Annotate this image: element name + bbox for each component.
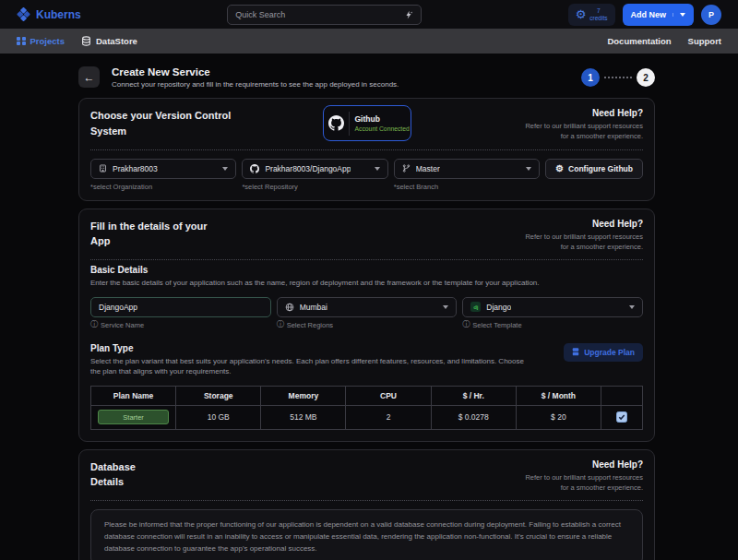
chevron-down-icon (375, 167, 380, 171)
chevron-down-icon (222, 167, 228, 171)
plan-per-hour: $ 0.0278 (431, 405, 516, 429)
service-name-input[interactable] (99, 303, 263, 312)
info-icon: ⓘ (462, 321, 470, 328)
organization-select-label: *select Organization (90, 183, 152, 191)
info-icon: ⓘ (90, 321, 98, 328)
django-icon: dj (470, 302, 481, 312)
col-select (601, 386, 643, 405)
organization-value: Prakhar8003 (113, 164, 158, 173)
stack-icon (572, 348, 579, 356)
plan-name-badge: Starter (98, 410, 169, 424)
section-app-details: Fill in the details of your App Need Hel… (78, 209, 655, 442)
col-per-month: $ / Month (516, 386, 601, 405)
nav-item-projects[interactable]: Projects (17, 36, 65, 46)
organization-icon (99, 164, 107, 173)
subnav: Projects DataStore Documentation Support (0, 29, 738, 54)
database-icon (81, 36, 91, 46)
app-heading: Fill in the details of your App (90, 219, 229, 253)
git-branch-icon (402, 164, 411, 173)
credits-count: 7 (589, 7, 607, 15)
template-select-label: Select Template (472, 321, 521, 329)
globe-icon (285, 303, 294, 312)
region-select[interactable]: Mumbai (277, 297, 458, 317)
page-title: Create New Service (112, 66, 399, 77)
plan-cpu: 2 (346, 405, 431, 429)
info-icon: ⓘ (277, 321, 284, 328)
branch-select-label: *select Branch (394, 183, 438, 191)
branch-select[interactable]: Master (394, 159, 540, 179)
col-memory: Memory (261, 386, 346, 405)
avatar[interactable]: P (701, 5, 721, 25)
link-support[interactable]: Support (688, 36, 721, 46)
upgrade-plan-button[interactable]: Upgrade Plan (564, 343, 643, 362)
repository-value: Prakhar8003/DjangoApp (265, 164, 351, 173)
vcs-heading: Choose your Version Control System (90, 108, 247, 142)
service-name-label: Service Name (101, 321, 144, 329)
col-per-hour: $ / Hr. (431, 386, 516, 405)
region-value: Mumbai (300, 303, 327, 312)
gear-icon: ⚙ (555, 164, 564, 173)
basic-details-title: Basic Details (90, 265, 643, 275)
basic-details-description: Enter the basic details of your applicat… (90, 278, 643, 289)
plan-type-title: Plan Type (90, 343, 529, 353)
kuberns-brand[interactable]: Kuberns (17, 7, 81, 21)
region-select-label: Select Regions (287, 321, 333, 329)
plan-table-header-row: Plan Name Storage Memory CPU $ / Hr. $ /… (91, 386, 643, 405)
repository-select[interactable]: Prakhar8003/DjangoApp (242, 159, 387, 179)
chevron-down-icon (443, 305, 448, 309)
github-icon (324, 112, 350, 136)
database-notice: Please be informed that the proper funct… (90, 509, 643, 560)
configure-github-label: Configure Github (568, 164, 633, 173)
organization-select[interactable]: Prakhar8003 (90, 159, 236, 179)
need-help: Need Help? Refer to our brilliant suppor… (525, 459, 643, 494)
col-plan-name: Plan Name (91, 386, 176, 405)
github-status: Account Connected (355, 125, 410, 132)
nav-item-datastore[interactable]: DataStore (81, 36, 137, 46)
page-content: ← Create New Service Connect your reposi… (78, 54, 655, 560)
credits-label: credits (589, 15, 607, 22)
plan-storage: 10 GB (176, 405, 261, 429)
chevron-down-icon (673, 13, 685, 17)
col-cpu: CPU (346, 386, 431, 405)
back-button[interactable]: ← (78, 66, 100, 88)
need-help: Need Help? Refer to our brilliant suppor… (525, 219, 643, 253)
topbar: Kuberns ⚙ 7 credits Add New P (0, 0, 738, 29)
spark-bolt-icon (404, 10, 413, 19)
gear-icon: ⚙ (576, 8, 587, 20)
dotted-separator (90, 500, 643, 501)
upgrade-plan-label: Upgrade Plan (584, 348, 635, 357)
plan-memory: 512 MB (261, 405, 346, 429)
plan-per-month: $ 20 (516, 405, 601, 429)
plan-type-description: Select the plan variant that best suits … (90, 356, 529, 377)
credits-badge[interactable]: ⚙ 7 credits (568, 4, 615, 26)
col-storage: Storage (176, 386, 261, 405)
github-provider-card[interactable]: Github Account Connected (323, 105, 411, 141)
configure-github-button[interactable]: ⚙ Configure Github (545, 159, 643, 179)
database-heading: Database Details (90, 459, 164, 494)
nav-projects-label: Projects (30, 36, 65, 46)
stepper-connector (604, 77, 632, 78)
brand-name: Kuberns (36, 8, 81, 21)
plan-table-row[interactable]: Starter 10 GB 512 MB 2 $ 0.0278 $ 20 (91, 405, 643, 429)
search-input[interactable] (235, 10, 399, 19)
add-new-label: Add New (631, 10, 667, 19)
github-icon (250, 164, 259, 173)
branch-value: Master (416, 164, 440, 173)
add-new-button[interactable]: Add New (623, 4, 695, 26)
step-1[interactable]: 1 (581, 68, 600, 87)
quick-search[interactable] (227, 5, 422, 25)
link-documentation[interactable]: Documentation (607, 36, 671, 46)
nav-datastore-label: DataStore (96, 36, 137, 46)
need-help: Need Help? Refer to our brilliant suppor… (525, 108, 643, 142)
service-name-field[interactable] (90, 297, 271, 317)
stepper: 1 2 (581, 68, 655, 87)
github-name: Github (355, 114, 410, 124)
section-database: Database Details Need Help? Refer to our… (78, 449, 655, 560)
grid-icon (17, 37, 26, 46)
template-value: Django (486, 303, 511, 312)
repository-select-label: *select Repository (242, 183, 297, 191)
plan-table: Plan Name Storage Memory CPU $ / Hr. $ /… (90, 386, 643, 430)
step-2[interactable]: 2 (637, 68, 655, 87)
template-select[interactable]: dj Django (462, 297, 643, 317)
plan-selected-checkbox[interactable] (616, 411, 627, 423)
